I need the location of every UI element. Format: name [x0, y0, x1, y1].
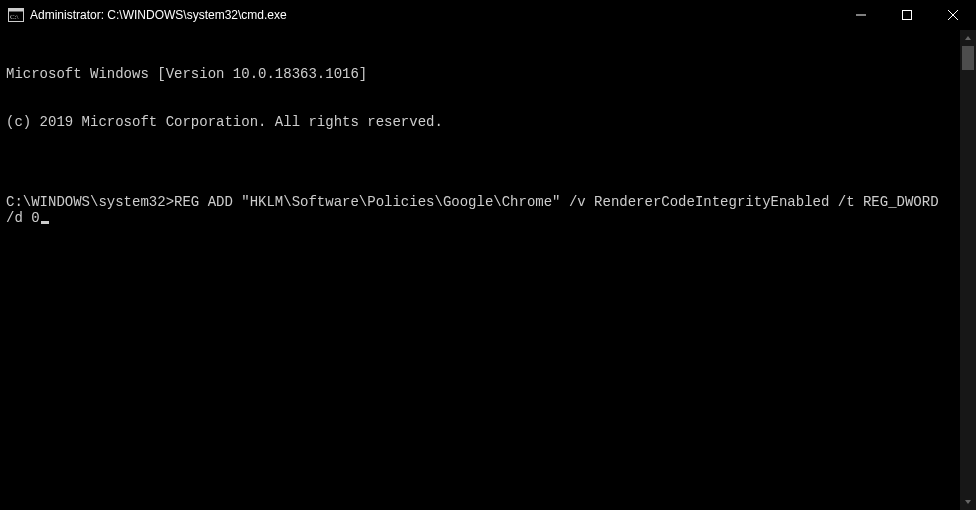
prompt-line: C:\WINDOWS\system32>REG ADD "HKLM\Softwa…	[6, 194, 954, 226]
minimize-button[interactable]	[838, 0, 884, 30]
svg-marker-7	[965, 36, 971, 40]
copyright-line: (c) 2019 Microsoft Corporation. All righ…	[6, 114, 954, 130]
titlebar[interactable]: C:\ Administrator: C:\WINDOWS\system32\c…	[0, 0, 976, 30]
scroll-up-button[interactable]	[960, 30, 976, 46]
cursor-icon	[41, 221, 49, 224]
svg-text:C:\: C:\	[10, 13, 19, 21]
cmd-icon: C:\	[8, 7, 24, 23]
scroll-track[interactable]	[960, 46, 976, 494]
window-title: Administrator: C:\WINDOWS\system32\cmd.e…	[30, 8, 287, 22]
window-controls	[838, 0, 976, 30]
scroll-down-button[interactable]	[960, 494, 976, 510]
vertical-scrollbar[interactable]	[960, 30, 976, 510]
client-area: Microsoft Windows [Version 10.0.18363.10…	[0, 30, 976, 510]
svg-marker-8	[965, 500, 971, 504]
svg-rect-1	[9, 9, 24, 12]
maximize-button[interactable]	[884, 0, 930, 30]
prompt: C:\WINDOWS\system32>	[6, 194, 174, 210]
scroll-thumb[interactable]	[962, 46, 974, 70]
cmd-window: C:\ Administrator: C:\WINDOWS\system32\c…	[0, 0, 976, 510]
svg-rect-4	[903, 11, 912, 20]
version-line: Microsoft Windows [Version 10.0.18363.10…	[6, 66, 954, 82]
terminal-output[interactable]: Microsoft Windows [Version 10.0.18363.10…	[0, 30, 960, 510]
close-button[interactable]	[930, 0, 976, 30]
